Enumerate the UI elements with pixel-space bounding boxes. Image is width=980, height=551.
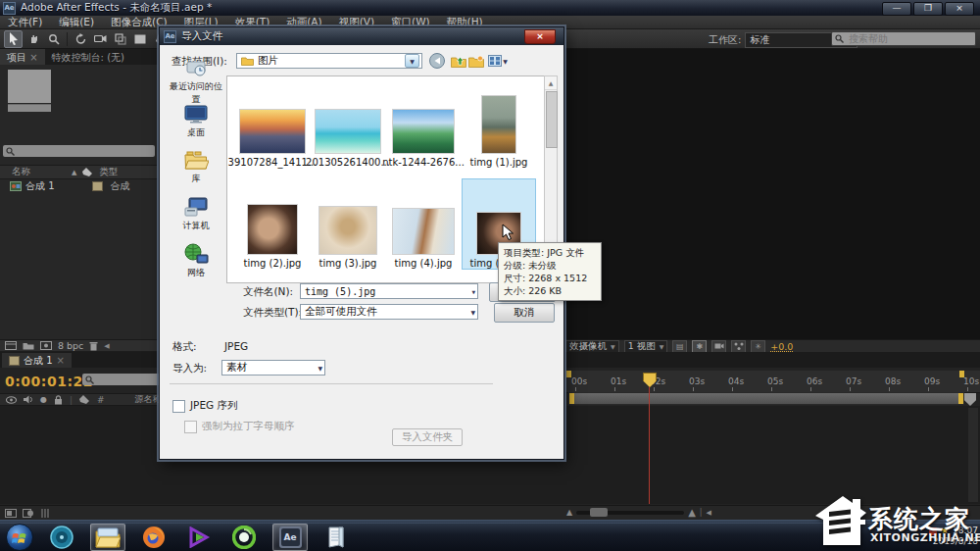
- tray-red-icon[interactable]: [929, 527, 937, 535]
- view-layout-dropdown[interactable]: 1 视图▼: [624, 340, 668, 353]
- close-button[interactable]: ×: [945, 2, 974, 16]
- expand-layers-icon[interactable]: [5, 509, 17, 518]
- new-panel-icon[interactable]: [5, 341, 17, 350]
- tab-effect-controls[interactable]: 特效控制台: (无): [45, 49, 131, 65]
- taskbar-file-explorer[interactable]: [90, 524, 125, 551]
- system-tray[interactable]: ★ 18:07 2019/8/18: [929, 526, 978, 547]
- scrollbar-thumb[interactable]: [546, 91, 558, 148]
- project-columns-header[interactable]: 名称 ▲ 类型: [0, 165, 160, 179]
- comp-marker-bin-icon[interactable]: [964, 393, 976, 406]
- taskbar-media-player[interactable]: [45, 525, 78, 550]
- tray-clock-date[interactable]: 2019/8/18: [929, 536, 978, 547]
- dialog-close-button[interactable]: ×: [524, 29, 556, 44]
- project-item-row[interactable]: 合成 1 合成: [0, 179, 160, 193]
- look-in-dropdown[interactable]: 图片 ▼: [236, 53, 422, 69]
- import-as-dropdown[interactable]: 素材 ▼: [221, 360, 325, 376]
- new-folder-button[interactable]: [467, 53, 485, 69]
- up-one-level-button[interactable]: [450, 53, 467, 69]
- place-network[interactable]: 网络: [168, 243, 224, 279]
- tab-project[interactable]: 项目 ×: [0, 49, 45, 65]
- exposure-icon[interactable]: ✳: [751, 340, 765, 353]
- camera-view-dropdown[interactable]: 效摄像机▼: [565, 340, 619, 353]
- grid-options-icon[interactable]: ▤: [672, 340, 687, 353]
- marker-arrow-icon[interactable]: ◀: [707, 509, 711, 517]
- place-computer[interactable]: 计算机: [168, 196, 224, 232]
- file-item[interactable]: ntk-1244-2676...: [387, 81, 460, 168]
- time-ruler[interactable]: 00s 01s 02s 03s 04s 05s 06s 07s 08s 09s …: [564, 371, 980, 393]
- timeline-tab-comp1[interactable]: 合成 1×: [2, 353, 72, 368]
- mask-tool-icon[interactable]: [131, 31, 148, 47]
- file-item[interactable]: timg (3).jpg: [312, 186, 384, 269]
- speaker-icon[interactable]: [24, 395, 33, 404]
- hand-tool-icon[interactable]: [25, 31, 42, 47]
- zoom-in-mountain-icon[interactable]: ▲: [688, 507, 696, 518]
- file-thumbnail: [393, 110, 454, 153]
- tray-star-icon[interactable]: ★: [941, 526, 949, 536]
- menu-edit[interactable]: 编辑(E): [59, 16, 94, 29]
- solo-icon[interactable]: ●: [40, 395, 47, 404]
- views-menu-button[interactable]: ▼: [485, 53, 511, 69]
- import-folder-button[interactable]: 导入文件夹: [392, 428, 463, 446]
- place-recent[interactable]: 最近访问的位置: [168, 57, 224, 106]
- file-item[interactable]: timg (4).jpg: [387, 186, 460, 269]
- place-libraries[interactable]: 库: [168, 150, 224, 185]
- new-folder-icon[interactable]: [23, 341, 34, 350]
- taskbar-firefox[interactable]: [137, 525, 171, 550]
- timeline-vertical-scrollbar[interactable]: [968, 408, 978, 502]
- jpeg-sequence-checkbox[interactable]: [172, 400, 185, 413]
- bpc-label[interactable]: 8 bpc: [58, 340, 83, 351]
- lock-icon[interactable]: [54, 395, 63, 405]
- number-column-icon[interactable]: #: [97, 395, 105, 405]
- pan-behind-tool-icon[interactable]: [112, 31, 128, 47]
- transfer-controls-icon[interactable]: [23, 509, 34, 518]
- zoom-tool-icon[interactable]: [45, 31, 62, 47]
- camera-tool-icon[interactable]: [92, 31, 109, 47]
- in-out-stretch-icon[interactable]: [40, 509, 50, 518]
- back-button[interactable]: [428, 53, 446, 69]
- jpeg-sequence-option[interactable]: JPEG 序列: [172, 399, 238, 413]
- file-name-combo[interactable]: timg (5).jpg ▼: [300, 283, 478, 299]
- mask-visibility-icon[interactable]: ✱: [692, 340, 707, 353]
- zoom-out-mountain-icon[interactable]: ▲: [566, 508, 572, 517]
- file-item[interactable]: timg (2).jpg: [236, 186, 309, 269]
- cancel-button[interactable]: 取消: [494, 303, 555, 323]
- work-area-bar[interactable]: [568, 392, 964, 405]
- zoom-track[interactable]: [576, 511, 684, 515]
- dialog-titlebar[interactable]: Ae 导入文件: [160, 27, 564, 45]
- label-tag-icon[interactable]: [79, 395, 90, 404]
- force-latin-option: 强制为拉丁字母顺序: [184, 420, 295, 433]
- eye-icon[interactable]: [6, 396, 17, 404]
- scroll-up-icon[interactable]: ▲: [545, 76, 557, 90]
- taskbar-browser[interactable]: [227, 525, 261, 550]
- file-item[interactable]: 39107284_1411...: [236, 81, 309, 168]
- start-button[interactable]: [6, 524, 33, 551]
- maximize-button[interactable]: ❐: [913, 2, 943, 16]
- work-area-left-handle[interactable]: [569, 393, 574, 404]
- current-timecode[interactable]: 0:00:01:22: [5, 374, 93, 389]
- minimize-button[interactable]: —: [882, 2, 911, 16]
- collapse-arrow-icon[interactable]: ◀: [104, 342, 109, 350]
- selection-tool-icon[interactable]: [4, 30, 23, 48]
- help-search-input[interactable]: [847, 32, 968, 45]
- new-composition-icon[interactable]: [40, 341, 52, 350]
- rotation-tool-icon[interactable]: [73, 31, 89, 47]
- flowchart-icon[interactable]: [731, 340, 746, 353]
- menu-file[interactable]: 文件(F): [8, 16, 42, 29]
- file-item[interactable]: timg (1).jpg: [463, 68, 535, 168]
- taskbar-video-player[interactable]: [182, 525, 216, 550]
- taskbar-notepad[interactable]: [319, 525, 353, 550]
- timeline-search-field[interactable]: [82, 374, 160, 385]
- chevron-down-icon[interactable]: ▼: [405, 54, 419, 68]
- file-type-combo[interactable]: 全部可使用文件 ▼: [300, 304, 478, 320]
- source-name-column[interactable]: 源名称: [135, 393, 162, 406]
- exposure-value[interactable]: +0.0: [770, 341, 793, 352]
- file-item[interactable]: 201305261400...: [312, 81, 384, 168]
- camera-icon[interactable]: [711, 340, 726, 353]
- tray-clock-time[interactable]: 18:07: [953, 526, 978, 536]
- work-area-right-handle[interactable]: [958, 393, 963, 404]
- place-desktop[interactable]: 桌面: [168, 104, 224, 139]
- trash-icon[interactable]: [89, 341, 98, 351]
- taskbar-after-effects[interactable]: Ae: [272, 524, 308, 551]
- project-search-field[interactable]: [3, 145, 155, 157]
- zoom-thumb[interactable]: [590, 508, 608, 517]
